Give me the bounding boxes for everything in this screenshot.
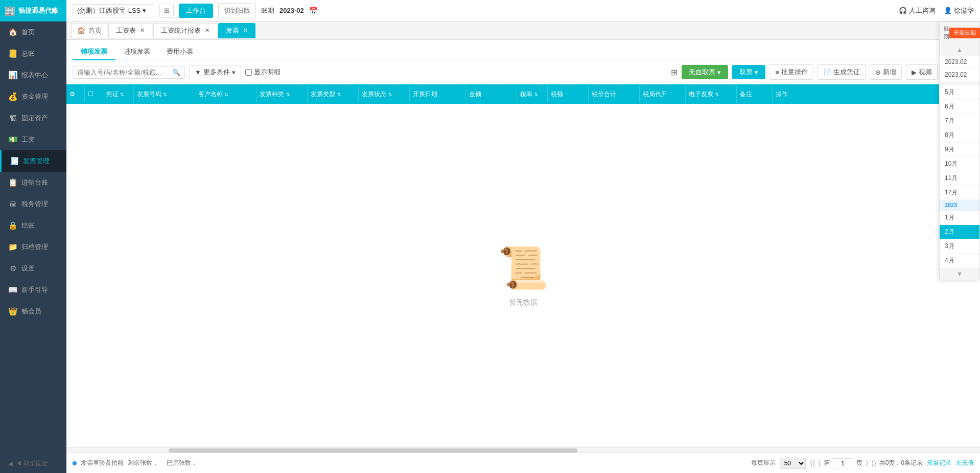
filter-more-btn[interactable]: ▼ 更多条件 ▾ xyxy=(189,65,241,79)
period-item-7[interactable]: 7月 xyxy=(940,114,979,128)
grid-view-icon[interactable]: ⊞ xyxy=(671,67,678,77)
tab-salary-table[interactable]: 工资表 ✕ xyxy=(108,23,152,38)
period-item-2023-1[interactable]: 1月 xyxy=(940,211,979,225)
sidebar-item-member[interactable]: 👑 畅会员 xyxy=(0,301,66,322)
subtab-expense-receipts[interactable]: 费用小票 xyxy=(158,44,201,60)
period-item-2023-02-b[interactable]: 2023.02 xyxy=(940,69,979,81)
sidebar-item-funds[interactable]: 💰 资金管理 xyxy=(0,86,66,107)
th-date[interactable]: 开票日期 xyxy=(410,86,466,103)
table-scrollbar[interactable] xyxy=(66,447,980,453)
last-page-btn[interactable]: ⟩⟩ xyxy=(871,459,876,467)
video-btn[interactable]: ▶ 视频 xyxy=(906,64,938,80)
tab-salary-stats-close[interactable]: ✕ xyxy=(205,27,209,34)
period-item-2023-02-a[interactable]: 2023.02 xyxy=(940,56,979,69)
sidebar-item-ledger[interactable]: 📒 总账 xyxy=(0,43,66,64)
sidebar-item-tax[interactable]: 🏛 税务管理 xyxy=(0,193,66,215)
period-item-11[interactable]: 11月 xyxy=(940,171,979,186)
sidebar-item-closing[interactable]: 🔒 结账 xyxy=(0,215,66,236)
th-checkbox[interactable]: ☐ xyxy=(85,86,103,102)
support-btn[interactable]: 🎧 人工咨询 xyxy=(899,6,936,15)
period-item-2023-4[interactable]: 4月 xyxy=(940,254,979,268)
workbench-button[interactable]: 工作台 xyxy=(179,4,213,18)
th-invoice-type1[interactable]: 发票种类 ⇅ xyxy=(256,86,308,103)
tab-home[interactable]: 🏠 首页 xyxy=(72,23,107,38)
page-input[interactable] xyxy=(833,458,853,468)
th-invoice-type2[interactable]: 发票类型 ⇅ xyxy=(308,86,359,103)
user-avatar[interactable]: 👤 徐溢华 xyxy=(944,6,974,15)
subtab-sales-invoice[interactable]: 销项发票 xyxy=(73,44,115,60)
sidebar-item-assets[interactable]: 🏗 固定资产 xyxy=(0,107,66,129)
period-item-10[interactable]: 10月 xyxy=(940,157,979,171)
tab-salary-stats[interactable]: 工资统计报表 ✕ xyxy=(153,23,217,38)
filter-icon: ▼ xyxy=(195,69,201,76)
show-detail-label[interactable]: 显示明细 xyxy=(245,67,281,77)
period-item-9[interactable]: 9月 xyxy=(940,143,979,157)
recharge-link[interactable]: 去充值 xyxy=(955,459,974,467)
no-take-btn[interactable]: 无血取票 ▾ xyxy=(682,65,728,79)
show-detail-checkbox[interactable] xyxy=(245,69,252,76)
th-electronic[interactable]: 电子发票 ⇅ xyxy=(686,86,737,103)
period-item-5[interactable]: 5月 xyxy=(940,85,979,100)
tab-invoice-close[interactable]: ✕ xyxy=(243,27,248,34)
period-scroll-up[interactable]: ▲ xyxy=(940,44,979,56)
company-icon-btn[interactable]: ⊞ xyxy=(159,4,174,18)
tab-salary-close[interactable]: ✕ xyxy=(140,27,145,34)
period-item-12[interactable]: 12月 xyxy=(940,186,979,200)
expand-record-link[interactable]: 拓展记录 xyxy=(927,459,951,467)
sidebar-item-guide[interactable]: 📖 新手引导 xyxy=(0,279,66,301)
ledger-icon: 📒 xyxy=(8,49,17,58)
sidebar-item-reports[interactable]: 📊 报表中心 xyxy=(0,64,66,86)
sort-icon: ⇅ xyxy=(715,92,719,97)
sidebar-item-salary[interactable]: 💵 工资 xyxy=(0,129,66,150)
sidebar-item-invoice[interactable]: 🧾 发票管理 xyxy=(0,150,66,172)
th-tax-total[interactable]: 税价合计 xyxy=(589,86,640,103)
period-item-8[interactable]: 8月 xyxy=(940,128,979,143)
sidebar-item-sales[interactable]: 📋 进销台账 xyxy=(0,172,66,193)
gen-voucher-btn[interactable]: 📄 生成凭证 xyxy=(818,64,866,80)
batch-ops-btn[interactable]: ≡ 批量操作 xyxy=(769,64,813,80)
th-invoice-status[interactable]: 发票状态 ⇅ xyxy=(359,86,410,103)
company-selector[interactable]: (勿删）江西股宝-LSS ▾ xyxy=(73,4,154,17)
search-box[interactable]: 🔍 xyxy=(73,66,185,79)
period-item-2023-3[interactable]: 3月 xyxy=(940,239,979,254)
batch-ops-label: 批量操作 xyxy=(781,67,808,77)
sort-icon: ⇅ xyxy=(163,92,167,97)
open-period-btn[interactable]: 开期日期 xyxy=(949,28,980,38)
per-page-select[interactable]: 50 100 200 xyxy=(780,458,806,469)
voucher-icon: 📄 xyxy=(823,69,831,76)
th-tax-bureau[interactable]: 税局代开 xyxy=(640,86,686,103)
th-tax-rate[interactable]: 税率 ⇅ xyxy=(517,86,548,103)
app-name: 畅捷通易代账 xyxy=(18,6,58,15)
th-settings[interactable]: ⚙ xyxy=(66,86,85,102)
th-amount[interactable]: 金额 xyxy=(466,86,517,103)
th-voucher[interactable]: 凭证 ⇅ xyxy=(103,86,134,103)
prev-page-btn[interactable]: ⟨ xyxy=(818,459,821,467)
th-customer[interactable]: 客户名称 ⇅ xyxy=(195,86,256,103)
sidebar-item-home[interactable]: 🏠 首页 xyxy=(0,21,66,43)
th-invoice-no[interactable]: 发票号码 ⇅ xyxy=(134,86,195,103)
sidebar-collapse-btn[interactable]: ◀ ◀ 取消固定 xyxy=(0,454,66,473)
collapse-icon: ◀ xyxy=(8,460,13,467)
period-item-6[interactable]: 6月 xyxy=(940,100,979,114)
tab-invoice[interactable]: 发票 ✕ xyxy=(218,23,255,38)
person-icon: 👤 xyxy=(944,7,952,14)
th-remarks[interactable]: 备注 xyxy=(737,86,773,103)
period-item-2023-2[interactable]: 2月 xyxy=(940,225,979,239)
search-input[interactable] xyxy=(77,69,169,76)
new-btn[interactable]: ⊕ 新增 xyxy=(870,64,902,80)
sidebar-item-archive[interactable]: 📁 归档管理 xyxy=(0,236,66,258)
scrollbar-thumb[interactable] xyxy=(169,448,577,453)
first-page-btn[interactable]: ⟨⟨ xyxy=(810,459,815,467)
sidebar-item-settings[interactable]: ⚙ 设置 xyxy=(0,258,66,279)
sidebar-item-label: 畅会员 xyxy=(21,307,41,316)
subtab-purchase-invoice[interactable]: 进项发票 xyxy=(115,44,158,60)
take-btn[interactable]: 取票 ▾ xyxy=(732,65,765,79)
th-tax-amount[interactable]: 税额 xyxy=(548,86,589,103)
empty-text: 暂无数据 xyxy=(509,298,538,307)
next-page-btn[interactable]: ⟩ xyxy=(866,459,868,467)
guide-icon: 📖 xyxy=(8,285,17,295)
logo-icon: 🏢 xyxy=(4,5,15,16)
period-dropdown: 账期 开期日期 ▲ 2023.02 2023.02 5月 6月 7月 8月 9月… xyxy=(939,21,980,280)
period-scroll-down[interactable]: ▼ xyxy=(940,268,979,280)
switch-old-button[interactable]: 切到旧版 xyxy=(218,3,256,18)
